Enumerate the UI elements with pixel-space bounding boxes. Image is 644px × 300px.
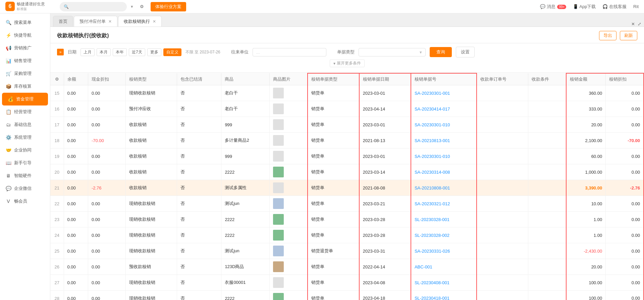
cell-include-settled: 否: [177, 164, 221, 180]
cell-row-num: 26: [50, 259, 64, 275]
sidebar-item-marketing[interactable]: 📢 营销推广: [0, 42, 50, 54]
sidebar-item-wechat[interactable]: 💬 企业微信: [0, 182, 50, 195]
date-btn-this-month[interactable]: 本月: [97, 48, 111, 56]
app-download-btn[interactable]: 📱 App下载: [573, 4, 596, 10]
bill-no-link[interactable]: SL-20230328-002: [415, 233, 449, 238]
cell-writeoff-type: 收款核销: [126, 180, 177, 196]
bill-no-link[interactable]: SA-20210813-001: [415, 138, 450, 143]
sidebar-item-vip[interactable]: V 畅会员: [0, 195, 50, 208]
cell-bill-no: ABC-001: [411, 259, 477, 275]
sidebar-item-nav[interactable]: ⚡ 快捷导航: [0, 29, 50, 42]
sidebar-label-hardware: 智能硬件: [14, 173, 32, 179]
export-button[interactable]: 导出: [599, 31, 616, 40]
cell-balance: 0.00: [64, 85, 88, 101]
cell-product-image: [270, 101, 308, 117]
bill-no-link[interactable]: SL-20230418-001: [415, 296, 449, 300]
sidebar-item-search[interactable]: 🔍 搜索菜单: [0, 16, 50, 29]
sidebar-item-purchase[interactable]: 🛒 采购管理: [0, 67, 50, 80]
date-btn-7days[interactable]: 近7天: [129, 48, 145, 56]
sidebar-item-base-info[interactable]: 🗂 基础信息: [0, 118, 50, 131]
top-search-box[interactable]: 🔍: [60, 2, 127, 11]
filter-expand-btn[interactable]: »: [57, 49, 64, 55]
cell-writeoff-amount: 60.00: [566, 148, 606, 164]
bill-no-link[interactable]: SA-20230301-010: [415, 154, 450, 159]
filter-settings-button[interactable]: 设置: [456, 47, 475, 57]
bill-no-link[interactable]: SL-20230328-001: [415, 217, 449, 222]
date-btn-more[interactable]: 更多: [147, 48, 161, 56]
cell-bill-no: SA-20210808-001: [411, 180, 477, 196]
sidebar-item-sales[interactable]: 📊 销售管理: [0, 54, 50, 67]
tab-bar: 首页 预付冲应付单 ✕ 收款核销执行 ✕ ✕ ⤢: [50, 13, 644, 27]
cell-writeoff-type: 现销收款核销: [126, 243, 177, 259]
sales-icon: 📊: [5, 58, 11, 64]
cell-writeoff-amount: 10.00: [566, 196, 606, 212]
layout: 🔍 搜索菜单 ⚡ 快捷导航 📢 营销推广 📊 销售管理 🛒 采购管理 📦 库存核…: [0, 13, 644, 300]
bill-no-link[interactable]: SA-20230314-008: [415, 170, 450, 175]
th-writeoff-discount: 核销折扣: [606, 73, 644, 85]
cell-writeoff-amount: 1.00: [566, 212, 606, 227]
sidebar-label-wechat: 企业微信: [14, 185, 32, 191]
date-btn-last-month[interactable]: 上月: [80, 48, 95, 56]
close-all-icon[interactable]: ✕: [631, 22, 635, 27]
industry-btn[interactable]: 体验行业方案: [151, 2, 186, 11]
cell-include-settled: 否: [177, 85, 221, 101]
tab-prepay-close[interactable]: ✕: [108, 19, 112, 24]
purchase-icon: 🛒: [5, 71, 11, 77]
cell-receipt-condition: [528, 101, 566, 117]
chevron-down-icon[interactable]: ▾: [131, 4, 133, 9]
sidebar-item-hardware[interactable]: 🖥 智能硬件: [0, 169, 50, 182]
cell-balance: 0.00: [64, 243, 88, 259]
tab-prepay[interactable]: 预付冲应付单 ✕: [74, 16, 117, 27]
th-product-image: 商品图片: [270, 73, 308, 85]
sidebar-label-collab: 企业协同: [14, 147, 32, 153]
th-balance: 余额: [64, 73, 88, 85]
cell-include-settled: 否: [177, 291, 221, 300]
online-service-btn[interactable]: 🎧 在线客服: [602, 4, 627, 10]
bill-no-link[interactable]: SA-20230331-026: [415, 249, 450, 254]
cell-cash-discount: 0.00: [88, 196, 125, 212]
cell-product-image: [270, 85, 308, 101]
th-writeoff-type: 核销类型: [126, 73, 177, 85]
cell-cash-discount: 0.00: [88, 275, 125, 291]
cell-bill-date: 2022-04-14: [359, 259, 411, 275]
sidebar-label-finance: 资金管理: [16, 96, 34, 102]
tab-writeoff[interactable]: 收款核销执行 ✕: [118, 16, 162, 27]
message-btn[interactable]: 💬 消息 99+: [540, 4, 566, 10]
sidebar-item-inventory[interactable]: 📦 库存核算: [0, 80, 50, 93]
cell-receipt-order-no: [477, 85, 528, 101]
partner-input[interactable]: ...: [253, 48, 326, 56]
expand-more-btn[interactable]: ▾ 展开更多条件: [330, 59, 365, 67]
user-label[interactable]: Rit: [633, 4, 639, 9]
th-writeoff-amount: 核销金额: [566, 73, 606, 85]
bill-no-link[interactable]: SA-20230414-017: [415, 106, 450, 112]
tab-writeoff-close[interactable]: ✕: [153, 19, 156, 24]
tab-bar-controls: ✕ ⤢: [631, 22, 641, 27]
cell-bill-no: SL-20230328-001: [411, 212, 477, 227]
settings-icon[interactable]: ⚙: [137, 2, 147, 11]
bill-no-link[interactable]: SL-20230408-001: [415, 280, 449, 285]
sidebar-item-finance[interactable]: 💰 资金管理: [2, 93, 48, 105]
cell-writeoff-amount: 333.00: [566, 101, 606, 117]
cell-cash-discount: 0.00: [88, 164, 125, 180]
cell-receipt-order-no: [477, 164, 528, 180]
bill-no-link[interactable]: SA-20230301-010: [415, 122, 450, 127]
sidebar-item-system[interactable]: ⚙️ 系统管理: [0, 131, 50, 144]
bill-no-link[interactable]: SA-20210808-001: [415, 185, 450, 190]
date-btn-this-year[interactable]: 本年: [113, 48, 127, 56]
cell-writeoff-type: 收款核销: [126, 148, 177, 164]
tab-home[interactable]: 首页: [53, 16, 73, 27]
bill-type-select[interactable]: ▾: [359, 48, 426, 56]
sidebar-item-collab[interactable]: 🤝 企业协同: [0, 144, 50, 157]
query-button[interactable]: 查询: [430, 47, 452, 57]
sidebar-item-operations[interactable]: 📋 经营管理: [0, 105, 50, 118]
cell-receipt-condition: [528, 212, 566, 227]
cell-product: 999: [221, 117, 270, 133]
sidebar-item-guide[interactable]: 📖 新手引导: [0, 157, 50, 169]
bill-no-link[interactable]: ABC-001: [415, 264, 432, 269]
maximize-icon[interactable]: ⤢: [638, 22, 641, 27]
table-row: 26 0.00 0.00 预收款核销 否 123D商品 销货单 2022-04-…: [50, 259, 644, 275]
refresh-button[interactable]: 刷新: [620, 31, 637, 40]
date-btn-custom[interactable]: 自定义: [163, 48, 181, 56]
bill-no-link[interactable]: SA-20230301-001: [415, 91, 450, 96]
bill-no-link[interactable]: SA-20230321-012: [415, 201, 450, 206]
